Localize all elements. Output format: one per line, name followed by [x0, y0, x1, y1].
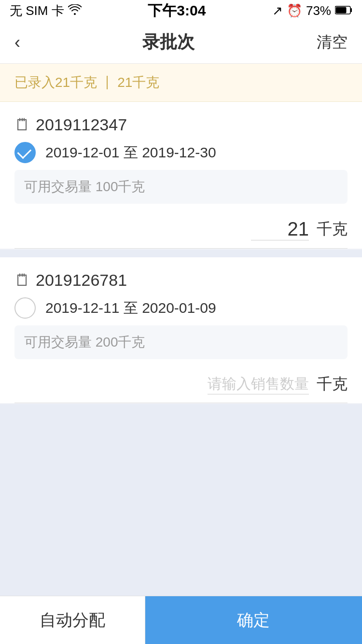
- batch-1-available: 可用交易量 100千克: [14, 170, 348, 204]
- batch-card-1: 🗒 2019112347 2019-12-01 至 2019-12-30 可用交…: [0, 102, 362, 249]
- confirm-button[interactable]: 确定: [145, 596, 362, 644]
- batch-2-header: 🗒 2019126781: [0, 257, 362, 294]
- batch-1-quantity-underline: 21: [251, 218, 309, 240]
- batch-1-header: 🗒 2019112347: [0, 102, 362, 139]
- wifi-icon: [68, 3, 82, 18]
- batch-2-row[interactable]: 2019-12-11 至 2020-01-09: [0, 294, 362, 323]
- batch-1-row[interactable]: 2019-12-01 至 2019-12-30: [0, 139, 362, 168]
- batch-2-input-placeholder: 请输入销售数量: [208, 376, 309, 392]
- auto-distribute-button[interactable]: 自动分配: [0, 596, 145, 644]
- batch-2-radio[interactable]: [14, 297, 36, 319]
- gray-area: [0, 404, 362, 607]
- location-icon: ↗: [272, 3, 283, 18]
- batch-2-input-row: 请输入销售数量 千克: [0, 366, 362, 403]
- batch-card-2: 🗒 2019126781 2019-12-11 至 2020-01-09 可用交…: [0, 257, 362, 403]
- page-title: 录批次: [142, 30, 195, 54]
- section-divider: [0, 250, 362, 257]
- back-button[interactable]: ‹: [14, 32, 20, 53]
- batch-1-quantity-unit: 千克: [317, 219, 348, 240]
- batch-2-available: 可用交易量 200千克: [14, 325, 348, 359]
- svg-rect-2: [335, 7, 346, 13]
- battery-icon: [335, 3, 352, 18]
- batch-2-id-icon: 🗒: [14, 271, 31, 290]
- batch-2-input-unit: 千克: [317, 374, 348, 395]
- alarm-icon: ⏰: [287, 3, 302, 18]
- batch-2-available-text: 可用交易量 200千克: [24, 335, 145, 350]
- status-left: 无 SIM 卡: [10, 2, 82, 19]
- batch-1-date: 2019-12-01 至 2019-12-30: [45, 143, 216, 163]
- batch-2-input-underline: 请输入销售数量: [208, 374, 309, 394]
- battery-label: 73%: [306, 3, 331, 18]
- no-sim-label: 无 SIM 卡: [10, 2, 64, 19]
- batch-1-separator: [14, 248, 348, 249]
- bottom-bar: 自动分配 确定: [0, 596, 362, 644]
- batch-1-quantity-value: 21: [288, 218, 309, 239]
- status-time: 下午3:04: [148, 1, 206, 21]
- info-banner: 已录入21千克 21千克: [0, 64, 362, 102]
- batch-1-radio[interactable]: [14, 142, 36, 163]
- batch-2-date: 2019-12-11 至 2020-01-09: [45, 298, 216, 318]
- batch-2-id: 2019126781: [36, 271, 127, 290]
- status-bar: 无 SIM 卡 下午3:04 ↗ ⏰ 73%: [0, 0, 362, 21]
- nav-bar: ‹ 录批次 清空: [0, 21, 362, 64]
- recorded-amount-label: 已录入21千克: [14, 73, 97, 92]
- batch-1-available-text: 可用交易量 100千克: [24, 179, 145, 194]
- info-divider: [107, 76, 108, 89]
- amount-value: 21千克: [117, 73, 159, 92]
- batch-2-separator: [14, 403, 348, 403]
- batch-1-quantity-row: 21 千克: [0, 210, 362, 248]
- status-right: ↗ ⏰ 73%: [272, 3, 352, 18]
- svg-rect-1: [350, 8, 352, 12]
- batch-1-id-icon: 🗒: [14, 115, 31, 134]
- batch-1-id: 2019112347: [36, 115, 127, 134]
- clear-button[interactable]: 清空: [317, 32, 348, 53]
